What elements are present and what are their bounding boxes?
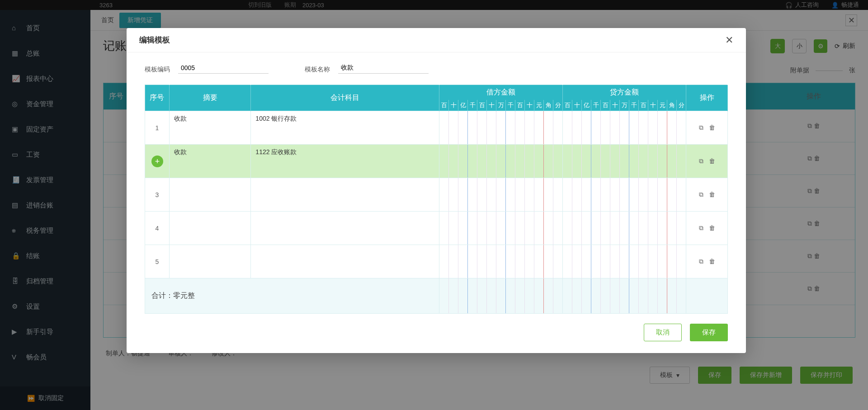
row-ops: ⧉🗑 — [686, 178, 728, 212]
row-ops: ⧉🗑 — [686, 111, 728, 145]
summary-cell[interactable]: 收款 — [169, 145, 251, 178]
copy-row-icon[interactable]: ⧉ — [699, 191, 703, 198]
digit-header: 百 — [639, 100, 648, 111]
amount-cell[interactable] — [563, 245, 686, 278]
template-name-label: 模板名称 — [305, 66, 330, 74]
grid-row[interactable]: 3⧉🗑 — [145, 178, 728, 212]
row-ops: ⧉🗑 — [686, 212, 728, 245]
digit-header: 元 — [534, 100, 544, 111]
row-index: 4 — [145, 212, 170, 245]
summary-cell[interactable]: 收款 — [169, 111, 251, 145]
amount-cell[interactable] — [439, 111, 563, 145]
amount-cell[interactable] — [439, 178, 563, 212]
grid-row[interactable]: 4⧉🗑 — [145, 212, 728, 245]
row-ops: ⧉🗑 — [686, 245, 728, 278]
modal-header: 编辑模板 ✕ — [127, 28, 746, 52]
copy-row-icon[interactable]: ⧉ — [699, 157, 703, 165]
digit-header: 分 — [553, 100, 563, 111]
delete-row-icon[interactable]: 🗑 — [709, 124, 715, 131]
digit-header: 元 — [658, 100, 667, 111]
digit-header: 角 — [667, 100, 677, 111]
delete-row-icon[interactable]: 🗑 — [709, 157, 715, 165]
grid-row[interactable]: 1收款1002 银行存款⧉🗑 — [145, 111, 728, 145]
account-cell[interactable]: 1122 应收账款 — [251, 145, 439, 178]
digit-header: 十 — [525, 100, 534, 111]
summary-cell[interactable] — [169, 178, 251, 212]
digit-header: 千 — [468, 100, 477, 111]
digit-header: 千 — [591, 100, 601, 111]
digit-header: 百 — [477, 100, 487, 111]
digit-header: 百 — [601, 100, 610, 111]
hdr-account: 会计科目 — [251, 85, 439, 111]
hdr-summary: 摘要 — [169, 85, 251, 111]
add-row-button[interactable]: + — [151, 156, 163, 167]
row-index: + — [145, 145, 170, 178]
grid-row[interactable]: 5⧉🗑 — [145, 245, 728, 278]
amount-cell[interactable] — [439, 212, 563, 245]
account-cell[interactable] — [251, 245, 439, 278]
digit-header: 十 — [572, 100, 582, 111]
account-cell[interactable]: 1002 银行存款 — [251, 111, 439, 145]
hdr-ops: 操作 — [686, 85, 728, 111]
template-code-label: 模板编码 — [145, 66, 170, 74]
row-index: 1 — [145, 111, 170, 145]
row-index: 3 — [145, 178, 170, 212]
edit-template-modal: 编辑模板 ✕ 模板编码 模板名称 序号 摘要 会计科目 借方金额 贷方金额 — [127, 28, 746, 353]
delete-row-icon[interactable]: 🗑 — [709, 191, 715, 198]
digit-header: 分 — [677, 100, 686, 111]
total-label: 合计：零元整 — [145, 278, 439, 314]
digit-header: 百 — [439, 100, 449, 111]
hdr-credit: 贷方金额 — [563, 85, 686, 100]
total-ops — [686, 278, 728, 314]
amount-cell[interactable] — [439, 278, 563, 314]
amount-cell[interactable] — [563, 278, 686, 314]
template-code-input[interactable] — [178, 62, 269, 74]
digit-header: 十 — [487, 100, 496, 111]
modal-title: 编辑模板 — [139, 35, 170, 45]
template-grid: 序号 摘要 会计科目 借方金额 贷方金额 操作 百十亿千百十万千百十元角分百十亿… — [145, 85, 728, 314]
copy-row-icon[interactable]: ⧉ — [699, 224, 703, 232]
copy-row-icon[interactable]: ⧉ — [699, 258, 703, 265]
total-row: 合计：零元整 — [145, 278, 728, 314]
modal-footer: 取消 保存 — [127, 317, 746, 353]
amount-cell[interactable] — [563, 212, 686, 245]
digit-header: 十 — [648, 100, 658, 111]
digit-header: 万 — [620, 100, 629, 111]
digit-header: 亿 — [582, 100, 591, 111]
copy-row-icon[interactable]: ⧉ — [699, 124, 703, 132]
template-form: 模板编码 模板名称 — [145, 62, 728, 74]
digit-header: 千 — [629, 100, 639, 111]
digit-header: 万 — [496, 100, 506, 111]
summary-cell[interactable] — [169, 245, 251, 278]
digit-header: 百 — [563, 100, 572, 111]
delete-row-icon[interactable]: 🗑 — [709, 258, 715, 265]
save-button[interactable]: 保存 — [690, 324, 728, 341]
summary-cell[interactable] — [169, 212, 251, 245]
digit-header: 百 — [515, 100, 525, 111]
amount-cell[interactable] — [439, 245, 563, 278]
amount-cell[interactable] — [563, 111, 686, 145]
account-cell[interactable] — [251, 178, 439, 212]
account-cell[interactable] — [251, 212, 439, 245]
template-name-input[interactable] — [338, 62, 429, 74]
grid-row[interactable]: +收款1122 应收账款⧉🗑 — [145, 145, 728, 178]
hdr-idx: 序号 — [145, 85, 170, 111]
digit-header: 十 — [449, 100, 458, 111]
hdr-debit: 借方金额 — [439, 85, 563, 100]
digit-header: 角 — [544, 100, 553, 111]
row-index: 5 — [145, 245, 170, 278]
amount-cell[interactable] — [439, 145, 563, 178]
digit-header: 千 — [506, 100, 515, 111]
amount-cell[interactable] — [563, 178, 686, 212]
digit-header: 十 — [610, 100, 620, 111]
row-ops: ⧉🗑 — [686, 145, 728, 178]
delete-row-icon[interactable]: 🗑 — [709, 224, 715, 231]
digit-header: 亿 — [458, 100, 468, 111]
amount-cell[interactable] — [563, 145, 686, 178]
modal-close-button[interactable]: ✕ — [725, 34, 733, 46]
cancel-button[interactable]: 取消 — [644, 324, 682, 341]
